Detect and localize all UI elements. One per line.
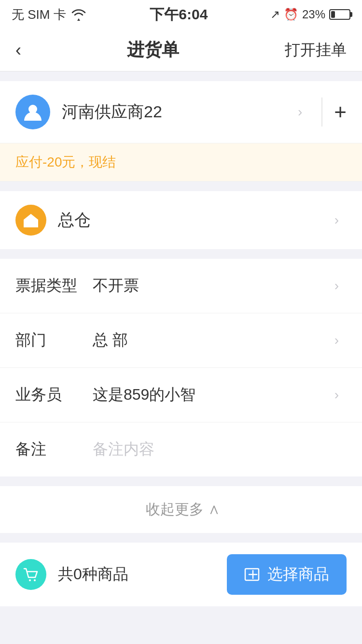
department-label: 部门 [15,330,83,351]
remark-label: 备注 [15,439,83,460]
collapse-row[interactable]: 收起更多 ∧ [0,486,362,533]
department-value: 总 部 [83,330,334,351]
warehouse-name: 总仓 [58,209,334,231]
select-product-button[interactable]: 选择商品 [227,554,347,595]
status-bar: 无 SIM 卡 下午6:04 ↗ ⏰ 23% [0,0,362,29]
open-pending-button[interactable]: 打开挂单 [285,40,347,61]
section-gap-2 [0,182,362,191]
salesperson-label: 业务员 [15,384,83,406]
section-gap-1 [0,71,362,81]
carrier-label: 无 SIM 卡 [12,6,66,23]
select-product-icon [244,566,262,583]
supplier-name: 河南供应商22 [62,101,298,123]
salesperson-chevron-icon: › [334,387,339,403]
department-chevron-icon: › [334,333,339,348]
page-title: 进货单 [127,38,179,62]
supplier-row[interactable]: 河南供应商22 › + [0,81,362,143]
alarm-icon: ⏰ [284,8,298,21]
product-count-label: 共0种商品 [58,564,227,585]
invoice-type-row[interactable]: 票据类型 不开票 › [0,259,362,313]
warehouse-row[interactable]: 总仓 › [0,191,362,249]
back-button[interactable]: ‹ [15,40,21,60]
salesperson-row[interactable]: 业务员 这是859的小智 › [0,368,362,422]
battery-icon [329,9,350,20]
status-time: 下午6:04 [150,5,208,25]
svg-point-3 [34,579,36,581]
warehouse-icon [15,205,46,236]
location-icon: ↗ [270,8,280,21]
supplier-section: 河南供应商22 › + 应付-20元，现结 [0,81,362,182]
invoice-type-chevron-icon: › [334,278,339,294]
salesperson-value: 这是859的小智 [83,384,334,406]
warehouse-chevron-icon: › [334,212,339,228]
status-left: 无 SIM 卡 [12,6,87,23]
home-icon [22,211,40,229]
remark-row[interactable]: 备注 备注内容 [0,422,362,476]
cart-icon [15,559,46,590]
wifi-icon [70,8,87,21]
remark-input[interactable]: 备注内容 [83,439,347,460]
supplier-avatar [15,95,50,129]
svg-rect-1 [28,223,34,227]
collapse-label: 收起更多 ∧ [146,500,220,519]
add-supplier-button[interactable]: + [334,101,347,123]
warehouse-section[interactable]: 总仓 › [0,191,362,249]
battery-percent: 23% [302,8,325,21]
department-row[interactable]: 部门 总 部 › [0,313,362,368]
supplier-chevron-icon: › [298,104,302,120]
bottom-gray-area [0,606,362,644]
person-icon [22,101,43,123]
status-right: ↗ ⏰ 23% [270,8,350,21]
form-section: 票据类型 不开票 › 部门 总 部 › 业务员 这是859的小智 › 备注 备注… [0,259,362,476]
notice-bar: 应付-20元，现结 [0,143,362,182]
nav-bar: ‹ 进货单 打开挂单 [0,29,362,71]
invoice-type-label: 票据类型 [15,275,83,296]
svg-point-2 [29,579,31,581]
supplier-divider [321,98,322,126]
select-product-label: 选择商品 [267,564,329,585]
cart-svg [21,565,41,584]
product-bar: 共0种商品 选择商品 [0,543,362,606]
notice-text: 应付-20元，现结 [15,154,116,169]
invoice-type-value: 不开票 [83,275,334,296]
